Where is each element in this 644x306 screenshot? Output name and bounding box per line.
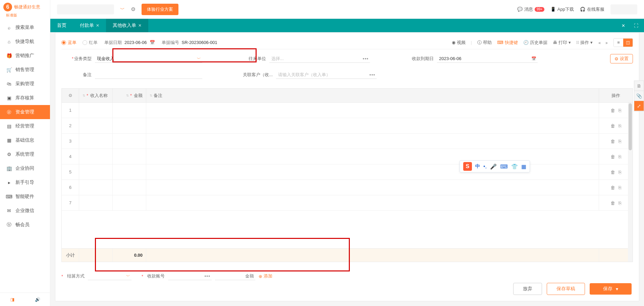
copy-icon[interactable]: ⎘ (619, 139, 621, 144)
sidebar-item-search[interactable]: ⌕搜索菜单 (0, 20, 50, 35)
ime-lang[interactable]: 中 (475, 163, 480, 169)
close-icon[interactable]: ✕ (96, 23, 99, 28)
delete-icon[interactable]: 🗑 (610, 185, 615, 190)
next-button[interactable]: ▸ (606, 40, 608, 45)
copy-icon[interactable]: ⎘ (619, 154, 621, 159)
settings-icon[interactable]: ⚙ (131, 6, 136, 12)
table-config-button[interactable]: ⚙ (62, 89, 79, 102)
table-row[interactable]: 6🗑⎘ (62, 180, 633, 195)
save-button[interactable]: 保存▾ (590, 283, 632, 295)
settle-method-input[interactable] (88, 272, 131, 280)
delete-icon[interactable]: 🗑 (610, 123, 615, 129)
print-link[interactable]: 🖶打印▾ (553, 40, 571, 46)
scrollbar[interactable] (628, 103, 633, 262)
user-avatar[interactable] (610, 4, 637, 14)
ime-menu-icon[interactable]: ▦ (521, 163, 526, 170)
ime-keyboard-icon[interactable]: ⌨ (500, 163, 508, 170)
settings-button[interactable]: ⚙设置 (610, 54, 633, 63)
sidebar-item-vip[interactable]: Ⓥ畅会员 (0, 218, 50, 232)
table-body: 1🗑⎘ 2🗑⎘ 3🗑⎘ 4🗑⎘ 5🗑⎘ 6🗑⎘ 7🗑⎘ (62, 103, 633, 248)
copy-icon[interactable]: ⎘ (619, 185, 621, 190)
sidebar-item-sales[interactable]: 🛒销售管理 (0, 63, 50, 77)
table-row[interactable]: 4🗑⎘ (62, 149, 633, 164)
col-income-name[interactable]: ⇅*收入名称 (79, 89, 113, 102)
ime-toolbar[interactable]: S 中 •, 🎤 ⌨ 👕 ▦ (460, 160, 530, 172)
col-remark[interactable]: ⇅备注 (146, 89, 599, 102)
delete-icon[interactable]: 🗑 (610, 154, 615, 159)
org-selector[interactable] (57, 4, 114, 14)
close-icon[interactable]: ✕ (138, 23, 142, 28)
shortcut-link[interactable]: ⌨快捷键 (497, 40, 518, 46)
view-form-button[interactable]: ◫ (623, 39, 633, 47)
view-list-button[interactable]: ≡ (614, 39, 623, 47)
radio-blue-bill[interactable]: 蓝单 (61, 40, 76, 46)
remark-input[interactable] (95, 71, 202, 79)
date-value[interactable]: 2023-06-06 (124, 40, 147, 45)
copy-icon[interactable]: ⎘ (619, 108, 621, 113)
col-amount[interactable]: ⇅*金额 (113, 89, 146, 102)
sound-button[interactable]: 🔊 (25, 293, 50, 306)
table-row[interactable]: 3🗑⎘ (62, 134, 633, 149)
sidebar-item-hardware[interactable]: ⌨智能硬件 (0, 190, 50, 204)
settle-amount-input[interactable] (215, 272, 255, 280)
ime-punct-icon[interactable]: •, (483, 163, 487, 169)
due-date-input[interactable] (437, 55, 538, 63)
add-settlement-button[interactable]: ⊕添加 (259, 273, 272, 279)
sidebar-item-quicknav[interactable]: ⌂快捷导航 (0, 35, 50, 49)
sidebar-item-operation[interactable]: ▤经营管理 (0, 119, 50, 133)
delete-icon[interactable]: 🗑 (610, 200, 615, 206)
copy-icon[interactable]: ⎘ (619, 123, 621, 129)
chevron-down-icon[interactable]: ﹀ (120, 6, 125, 12)
sidebar-item-basic[interactable]: ▦基础信息 (0, 133, 50, 147)
delete-icon[interactable]: 🗑 (610, 108, 615, 113)
sidebar-item-purchase[interactable]: 🛍采购管理 (0, 77, 50, 91)
delete-icon[interactable]: 🗑 (610, 169, 615, 175)
app-download-link[interactable]: 📱App下载 (550, 6, 574, 12)
sidebar-item-wechat[interactable]: ✉企业微信 (0, 204, 50, 218)
copy-icon[interactable]: ⎘ (619, 169, 621, 175)
float-expand-button[interactable]: ⤢ (634, 101, 644, 111)
fullscreen-button[interactable]: ⛶ (631, 21, 641, 30)
scrollbar-thumb[interactable] (629, 103, 632, 150)
video-link[interactable]: ◉视频 (452, 40, 466, 46)
table-row[interactable]: 2🗑⎘ (62, 118, 633, 134)
tab-home[interactable]: 首页 (50, 19, 73, 32)
save-draft-button[interactable]: 保存草稿 (547, 283, 585, 295)
ime-mic-icon[interactable]: 🎤 (490, 163, 497, 170)
sidebar-item-enterprise[interactable]: 🏢企业协同 (0, 161, 50, 175)
delete-icon[interactable]: 🗑 (610, 139, 615, 144)
sidebar-item-inventory[interactable]: ▣库存核算 (0, 91, 50, 105)
rel-customer-input[interactable] (276, 71, 377, 79)
sidebar-item-guide[interactable]: ▸新手引导 (0, 175, 50, 190)
discard-button[interactable]: 放弃 (513, 283, 542, 295)
trial-button[interactable]: 体验行业方案 (142, 4, 178, 15)
settlement-row: *结算方式 ﹀ *收款账号 ••• ⊕添加 (61, 272, 633, 280)
sidebar-item-system[interactable]: ⚙系统管理 (0, 147, 50, 161)
prev-button[interactable]: ◂ (598, 40, 600, 45)
collapse-button[interactable]: ◨ (0, 293, 25, 306)
ime-skin-icon[interactable]: 👕 (511, 163, 518, 170)
messages-link[interactable]: 💬消息99+ (517, 6, 544, 12)
building-icon: 🏢 (6, 165, 12, 171)
sidebar-item-funds[interactable]: ㊎资金管理 (0, 105, 50, 119)
copy-icon[interactable]: ⎘ (619, 200, 621, 206)
biz-type-input[interactable] (95, 55, 202, 63)
table-row[interactable]: 7🗑⎘ (62, 195, 633, 211)
operate-link[interactable]: ⁝⁝操作▾ (576, 40, 593, 46)
party-input[interactable] (269, 55, 370, 63)
online-service-link[interactable]: 🎧在线客服 (580, 6, 604, 12)
account-input[interactable] (168, 272, 212, 280)
sidebar-item-marketing[interactable]: 🎁营销推广 (0, 49, 50, 63)
close-all-button[interactable]: ✕ (619, 21, 628, 30)
help-link[interactable]: ⓘ帮助 (477, 40, 492, 46)
float-attach-button[interactable]: 📎 (634, 91, 644, 101)
history-link[interactable]: 🕘历史单据 (523, 40, 547, 46)
table-row[interactable]: 5🗑⎘ (62, 164, 633, 180)
table-row[interactable]: 1🗑⎘ (62, 103, 633, 118)
tab-payment[interactable]: 付款单✕ (73, 19, 106, 32)
hardware-icon: ⌨ (6, 194, 12, 200)
radio-red-bill[interactable]: 红单 (83, 40, 98, 46)
float-note-button[interactable]: 🗎 (634, 81, 644, 91)
tab-other-income[interactable]: 其他收入单✕ (106, 19, 148, 32)
calendar-icon[interactable]: 📅 (150, 40, 155, 45)
